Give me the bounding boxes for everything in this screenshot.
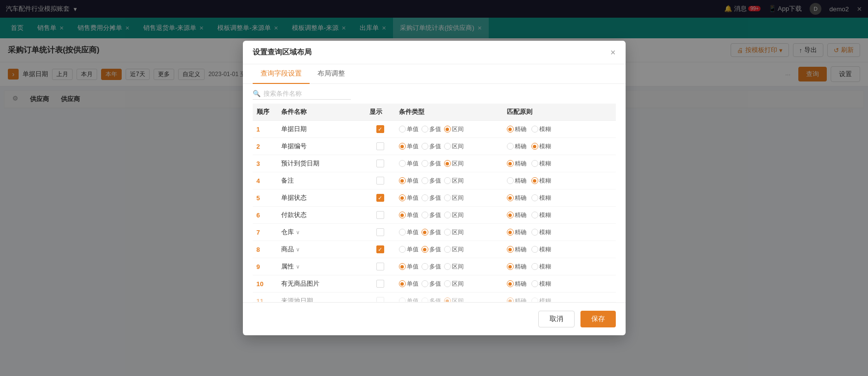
modal-dialog: 设置查询区域布局 × 查询字段设置 布局调整 🔍 顺序 条件名称 显示 条件类型… (243, 41, 626, 112)
col-header-type: 条件类型 (395, 107, 503, 112)
col-header-display: 显示 (366, 107, 395, 112)
modal-overlay: 设置查询区域布局 × 查询字段设置 布局调整 🔍 顺序 条件名称 显示 条件类型… (0, 0, 868, 112)
tab-layout-adjust[interactable]: 布局调整 (310, 64, 353, 84)
tab-query-fields[interactable]: 查询字段设置 (253, 64, 310, 84)
modal-search-bar: 🔍 (243, 84, 626, 104)
search-input[interactable] (263, 90, 342, 97)
search-wrap: 🔍 (253, 90, 351, 100)
modal-tabs: 查询字段设置 布局调整 (243, 64, 626, 84)
modal-close-button[interactable]: × (610, 48, 616, 57)
search-icon: 🔍 (253, 90, 261, 97)
config-table: 顺序 条件名称 显示 条件类型 匹配原则 1 单据日期 单值 (243, 104, 626, 112)
col-header-match: 匹配原则 (503, 107, 601, 112)
table-header-row: 顺序 条件名称 显示 条件类型 匹配原则 (253, 104, 616, 112)
col-header-name: 条件名称 (277, 107, 366, 112)
modal-header: 设置查询区域布局 × (243, 41, 626, 64)
col-header-index: 顺序 (253, 107, 277, 112)
modal-title: 设置查询区域布局 (253, 48, 312, 57)
